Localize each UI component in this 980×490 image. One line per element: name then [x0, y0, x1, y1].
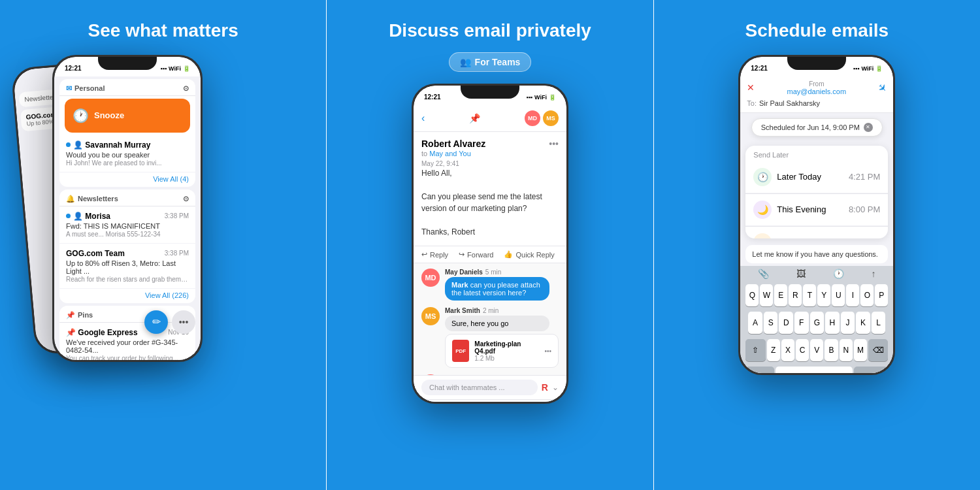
panel1-phones: Newsletters⊙ GOG.com Team 3:38 PM Up to … [13, 52, 313, 477]
preview-gog: Reach for the risen stars and grab them … [66, 276, 189, 283]
thread-more-btn[interactable]: ••• [549, 139, 559, 149]
phone2-main: 12:21 ▪▪▪WiFi🔋 ‹ 📌 MD MS [412, 84, 568, 404]
view-all-personal[interactable]: View All (4) [59, 172, 195, 187]
key-shift[interactable]: ⇧ [745, 339, 765, 361]
keyboard-toolbar: 📎 🖼 🕐 ↑ [740, 266, 893, 282]
panel3-phone-wrap: 12:21 ▪▪▪WiFi🔋 ✕ From may@daniels.com [667, 52, 967, 477]
newsletters-card: 🔔 Newsletters ⊙ 👤 Morisa 3:38 PM Fwd: TH… [59, 189, 195, 303]
this-evening-time: 8:00 PM [849, 204, 880, 214]
key-Y[interactable]: Y [817, 284, 830, 306]
tomorrow-icon: ☀ [753, 233, 772, 238]
clear-schedule-btn[interactable]: ✕ [864, 123, 873, 132]
compose-fab[interactable]: ✏ [144, 310, 168, 334]
reply-btn[interactable]: ↩ Reply [421, 250, 448, 259]
key-G[interactable]: G [810, 312, 825, 334]
key-P[interactable]: P [875, 284, 888, 306]
key-Z[interactable]: Z [767, 339, 780, 361]
expand-icon[interactable]: ⌄ [552, 383, 559, 392]
status-icons: ▪▪▪WiFi🔋 [161, 65, 191, 72]
key-L[interactable]: L [872, 312, 886, 334]
key-C[interactable]: C [796, 339, 809, 361]
attachment-card[interactable]: PDF Marketing-plan Q4.pdf 1.2 Mb ••• [445, 334, 559, 368]
avatar-pair: MD MS [525, 110, 559, 126]
thread-sender: Robert Alvarez [421, 139, 485, 149]
sender-google: 📌 Google Express [66, 328, 138, 337]
snooze-card[interactable]: 🕐 Snooze [65, 99, 190, 133]
pin-icon[interactable]: 📌 [469, 113, 480, 123]
close-compose-btn[interactable]: ✕ [747, 82, 755, 93]
key-U[interactable]: U [832, 284, 845, 306]
bottom-nav: ○ ← □ ⏱ ••• [414, 399, 566, 402]
preview-google: You can track your order by following... [66, 355, 189, 360]
quick-reply-btn[interactable]: 👍 Quick Reply [504, 250, 554, 259]
image-icon[interactable]: 🖼 [796, 269, 806, 279]
chat-input[interactable]: Chat with teammates ... [421, 380, 538, 395]
chat-bubble-wrap-may1: May Daniels 5 min Mark can you please at… [445, 269, 549, 301]
key-M[interactable]: M [854, 339, 867, 361]
key-D[interactable]: D [779, 312, 793, 334]
key-F[interactable]: F [794, 312, 809, 334]
compose-to-row: To: Sir Paul Sakharsky [747, 98, 887, 108]
forward-btn[interactable]: ↪ Forward [459, 250, 493, 259]
back-btn[interactable]: ‹ [421, 112, 425, 124]
thread-email-content: Robert Alvarez to May and You May 22, 9:… [414, 132, 566, 246]
key-return[interactable]: return [854, 367, 889, 373]
send-later-item-later-today[interactable]: 🕐 Later Today 4:21 PM [745, 161, 888, 193]
reply-icon: ↩ [421, 250, 427, 259]
scheduled-badge[interactable]: Scheduled for Jun 14, 9:00 PM ✕ [751, 118, 883, 137]
email-thread-app: ‹ 📌 MD MS Robert Alvarez [414, 105, 566, 402]
key-123[interactable]: 123 [745, 367, 774, 373]
chat-bubble-may1: Mark can you please attach the latest ve… [445, 277, 549, 301]
later-today-icon: 🕐 [753, 168, 772, 186]
from-email[interactable]: may@daniels.com [787, 88, 846, 95]
avatar-mark: MS [421, 307, 440, 325]
key-delete[interactable]: ⌫ [868, 339, 888, 361]
key-J[interactable]: J [841, 312, 855, 334]
panel2-phone-wrap: 12:21 ▪▪▪WiFi🔋 ‹ 📌 MD MS [340, 81, 640, 477]
email-item-savannah[interactable]: 👤 Savannah Murray Would you be our speak… [59, 135, 195, 172]
preview-savannah: Hi John! We are pleased to invi... [66, 159, 189, 167]
avatar-may-header: MD [525, 110, 540, 126]
key-X[interactable]: X [781, 339, 794, 361]
key-T[interactable]: T [803, 284, 816, 306]
more-btn[interactable]: ••• [172, 310, 195, 334]
key-K[interactable]: K [856, 312, 870, 334]
phone3-screen: 12:21 ▪▪▪WiFi🔋 ✕ From may@daniels.com [740, 57, 893, 373]
view-all-newsletters[interactable]: View All (226) [59, 289, 195, 303]
to-value: Sir Paul Sakharsky [759, 99, 820, 107]
newsletters-menu[interactable]: ⊙ [183, 195, 189, 203]
tomorrow-label: Tomorrow [777, 237, 814, 238]
arrow-up-icon[interactable]: ↑ [871, 269, 875, 279]
key-A[interactable]: A [748, 312, 762, 334]
key-H[interactable]: H [825, 312, 840, 334]
key-space[interactable]: space [776, 367, 852, 373]
key-Q[interactable]: Q [745, 284, 759, 306]
this-evening-label: This Evening [777, 204, 826, 214]
key-R[interactable]: R [789, 284, 802, 306]
time-gog: 3:38 PM [165, 250, 189, 257]
key-I[interactable]: I [846, 284, 859, 306]
snooze-label: Snooze [94, 110, 124, 120]
sender-morisa: 👤 Morisa [66, 212, 110, 221]
chat-messages: MD May Daniels 5 min Mark can you please… [414, 263, 566, 375]
attach-icon[interactable]: 📎 [758, 269, 769, 279]
personal-menu[interactable]: ⊙ [183, 84, 189, 93]
key-O[interactable]: O [860, 284, 874, 306]
chat-msg-mark: MS Mark Smith 2 min Sure, here you go PD… [421, 307, 559, 368]
key-E[interactable]: E [774, 284, 787, 306]
key-V[interactable]: V [810, 339, 823, 361]
newsletters-label: 🔔 Newsletters [66, 195, 118, 203]
personal-label: ✉ Personal [66, 84, 105, 93]
key-N[interactable]: N [840, 339, 853, 361]
key-W[interactable]: W [760, 284, 773, 306]
email-item-gog[interactable]: GOG.com Team 3:38 PM Up to 80% off Risen… [59, 244, 195, 289]
attachment-info: Marketing-plan Q4.pdf 1.2 Mb [474, 340, 539, 362]
key-S[interactable]: S [764, 312, 778, 334]
clock-icon[interactable]: 🕐 [833, 269, 844, 279]
send-later-item-tomorrow[interactable]: ☀ Tomorrow Tue 9:00 AM [745, 227, 888, 238]
send-later-item-this-evening[interactable]: 🌙 This Evening 8:00 PM [745, 194, 888, 226]
email-item-morisa[interactable]: 👤 Morisa 3:38 PM Fwd: THIS IS MAGNIFICEN… [59, 206, 195, 244]
key-B[interactable]: B [825, 339, 838, 361]
attachment-more[interactable]: ••• [544, 348, 551, 355]
for-teams-badge[interactable]: 👥 For Teams [449, 52, 532, 72]
